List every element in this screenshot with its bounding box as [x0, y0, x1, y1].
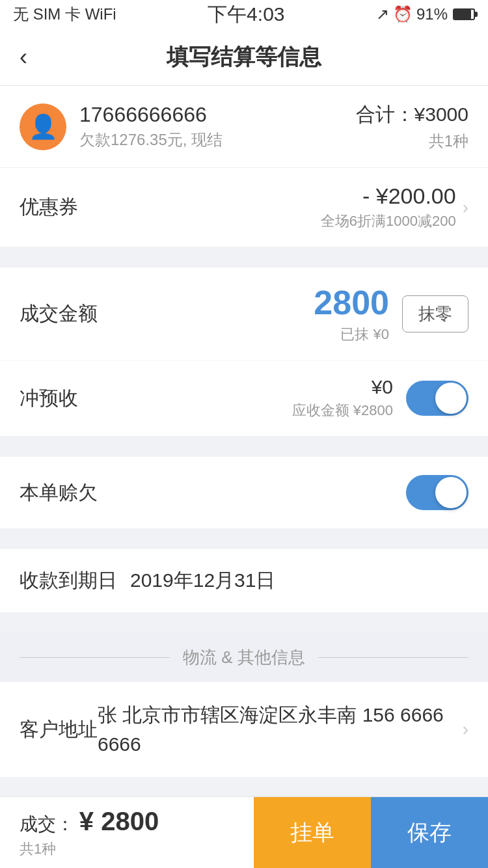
- customer-row: 👤 17666666666 欠款1276.35元, 现结 合计：¥3000 共1…: [0, 86, 488, 167]
- amount-right: 2800 已抹 ¥0 抹零: [314, 283, 468, 344]
- prereceive-toggle[interactable]: [406, 381, 468, 416]
- prereceive-row: 冲预收 ¥0 应收金额 ¥2800: [0, 360, 488, 436]
- amount-section: 成交金额 2800 已抹 ¥0 抹零 冲预收 ¥0 应收金额 ¥2800: [0, 267, 488, 436]
- prereceive-amount: ¥0: [292, 376, 393, 398]
- address-value: 张 北京市市辖区海淀区永丰南 156 6666 6666: [98, 700, 463, 759]
- bottom-bar: 成交： ¥ 2800 共1种 挂单 保存: [0, 796, 488, 868]
- debt-toggle[interactable]: [406, 475, 468, 510]
- alarm-icon: ⏰: [393, 5, 413, 23]
- back-button[interactable]: ‹: [20, 44, 27, 71]
- prereceive-right: ¥0 应收金额 ¥2800: [292, 376, 393, 420]
- bottom-total-line: 成交： ¥ 2800: [20, 807, 234, 837]
- status-time: 下午4:03: [208, 1, 284, 28]
- customer-info: 17666666666 欠款1276.35元, 现结: [79, 103, 356, 150]
- hold-button[interactable]: 挂单: [254, 797, 371, 869]
- logistics-label: 物流 & 其他信息: [183, 646, 305, 669]
- status-right: ↗ ⏰ 91%: [376, 5, 475, 23]
- debt-toggle-knob: [435, 477, 467, 508]
- content: 👤 17666666666 欠款1276.35元, 现结 合计：¥3000 共1…: [0, 86, 488, 868]
- bottom-count: 共1种: [20, 839, 234, 859]
- amount-row: 成交金额 2800 已抹 ¥0 抹零: [0, 267, 488, 360]
- debt-row: 本单赊欠: [0, 457, 488, 528]
- gap3: [0, 539, 488, 549]
- divider-line-right: [318, 657, 468, 658]
- avatar-icon: 👤: [29, 113, 58, 141]
- duedate-value: 2019年12月31日: [130, 567, 275, 594]
- address-label: 客户地址: [20, 716, 98, 743]
- page-title: 填写结算等信息: [167, 42, 321, 72]
- avatar: 👤: [20, 103, 66, 150]
- gap2: [0, 446, 488, 457]
- prereceive-label: 冲预收: [20, 385, 292, 412]
- amount-label: 成交金额: [20, 301, 314, 327]
- gap4: [0, 623, 488, 633]
- status-left: 无 SIM 卡 WiFi: [13, 4, 116, 25]
- logistics-divider: 物流 & 其他信息: [0, 633, 488, 682]
- coupon-row[interactable]: 优惠券 - ¥200.00 全场6折满1000减200 ›: [0, 167, 488, 247]
- customer-phone: 17666666666: [79, 103, 356, 127]
- save-button[interactable]: 保存: [371, 797, 488, 869]
- customer-total: 合计：¥3000 共1种: [356, 102, 468, 152]
- amount-sub: 已抹 ¥0: [314, 325, 389, 344]
- round-button[interactable]: 抹零: [402, 295, 468, 332]
- coupon-right: - ¥200.00 全场6折满1000减200: [321, 183, 456, 231]
- location-icon: ↗: [376, 5, 389, 23]
- total-count: 共1种: [356, 131, 468, 152]
- nav-bar: ‹ 填写结算等信息: [0, 29, 488, 86]
- customer-card: 👤 17666666666 欠款1276.35元, 现结 合计：¥3000 共1…: [0, 86, 488, 247]
- coupon-label: 优惠券: [20, 194, 321, 221]
- status-bar: 无 SIM 卡 WiFi 下午4:03 ↗ ⏰ 91%: [0, 0, 488, 29]
- amount-value: 2800: [314, 283, 389, 322]
- duedate-label: 收款到期日: [20, 567, 117, 594]
- battery-text: 91%: [416, 5, 448, 23]
- gap1: [0, 257, 488, 267]
- bottom-total-amount: ¥ 2800: [79, 807, 159, 835]
- customer-sub: 欠款1276.35元, 现结: [79, 129, 356, 150]
- total-amount: 合计：¥3000: [356, 102, 468, 128]
- coupon-arrow-icon: ›: [463, 197, 468, 218]
- coupon-desc: 全场6折满1000减200: [321, 211, 456, 231]
- signal-text: 无 SIM 卡 WiFi: [13, 4, 116, 25]
- duedate-row: 收款到期日 2019年12月31日: [0, 549, 488, 612]
- toggle-knob: [435, 383, 467, 414]
- divider-line-left: [20, 657, 170, 658]
- prereceive-sub: 应收金额 ¥2800: [292, 401, 393, 420]
- debt-label: 本单赊欠: [20, 480, 406, 506]
- address-arrow-icon: ›: [463, 719, 468, 740]
- bottom-summary: 成交： ¥ 2800 共1种: [0, 807, 254, 859]
- bottom-summary-label: 成交：: [20, 814, 74, 834]
- coupon-discount: - ¥200.00: [321, 183, 456, 209]
- battery-icon: [453, 8, 475, 20]
- address-row[interactable]: 客户地址 张 北京市市辖区海淀区永丰南 156 6666 6666 ›: [0, 682, 488, 777]
